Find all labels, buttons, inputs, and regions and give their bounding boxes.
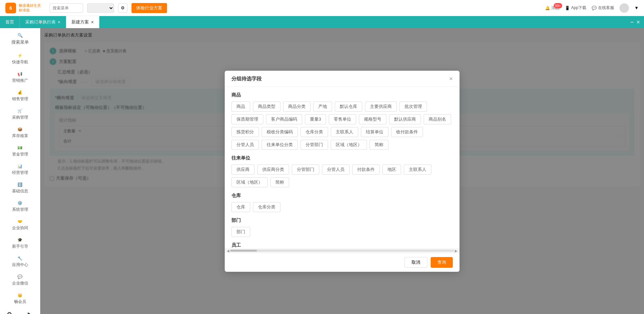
field-tag-产地[interactable]: 产地 xyxy=(313,102,332,112)
sidebar-audio-icon[interactable]: 🔈 xyxy=(26,311,33,314)
sidebar-item-purchase[interactable]: 🛒 采购管理 xyxy=(0,105,40,124)
field-tag-仓库分类[interactable]: 仓库分类 xyxy=(301,127,328,137)
search-dropdown[interactable] xyxy=(87,3,114,13)
sidebar-item-enterprise[interactable]: 🤝 企业协同 xyxy=(0,216,40,234)
sidebar-bottom: ⚙ 🔈 xyxy=(0,308,40,314)
field-tag-商品别名[interactable]: 商品别名 xyxy=(424,114,451,124)
modal-close-button[interactable]: × xyxy=(449,75,453,82)
marketing-label: 营销推广 xyxy=(12,78,28,83)
tab-purchase-order[interactable]: 采购订单执行表 × xyxy=(20,16,66,28)
field-tag-供应商[interactable]: 供应商 xyxy=(231,165,255,175)
field-tag-供应商分类[interactable]: 供应商分类 xyxy=(257,165,289,175)
field-tag-商品[interactable]: 商品 xyxy=(231,102,250,112)
basic-label: 基础信息 xyxy=(12,188,28,194)
notification-icon: 🔔 xyxy=(545,6,550,10)
sidebar-item-member[interactable]: 👑 畅会员 xyxy=(0,290,40,308)
field-tag-简称[interactable]: 简称 xyxy=(370,140,388,150)
field-tag-分管部门[interactable]: 分管部门 xyxy=(301,140,328,150)
tab-new-plan-close[interactable]: × xyxy=(91,19,94,25)
search-menu-icon: 🔍 xyxy=(17,33,23,38)
field-tag-主联系人[interactable]: 主联系人 xyxy=(331,127,358,137)
content-area: 采购订单执行表方案设置 1 选择模板 ○ 汇总表 ● 交叉统计表 2 方案配置 … xyxy=(40,28,644,314)
user-dropdown[interactable]: ▼ xyxy=(634,5,639,10)
field-tag-分管部门[interactable]: 分管部门 xyxy=(292,165,319,175)
field-tag-收付款条件[interactable]: 收付款条件 xyxy=(391,127,423,137)
logo-text: 畅捷通好生意 标准版 xyxy=(19,3,41,12)
field-tag-结算单位[interactable]: 结算单位 xyxy=(361,127,388,137)
field-tag-拣货积分[interactable]: 拣货积分 xyxy=(231,127,259,137)
sidebar-item-marketing[interactable]: 📢 营销推广 xyxy=(0,68,40,87)
field-tag-仓库分类[interactable]: 仓库分类 xyxy=(253,202,280,212)
field-tag-区域（地区）[interactable]: 区域（地区） xyxy=(231,177,268,187)
tab-new-plan[interactable]: 新建方案 × xyxy=(66,16,99,28)
notification-badge: 99+ xyxy=(554,3,562,8)
sidebar-item-search[interactable]: 🔍 搜索菜单 xyxy=(0,31,40,47)
avatar[interactable] xyxy=(620,3,629,13)
modal-hscroll[interactable]: ◀ ▶ xyxy=(225,249,460,253)
modal-cancel-button[interactable]: 取消 xyxy=(405,257,427,268)
scroll-right-arrow[interactable]: ▶ xyxy=(454,249,458,253)
sidebar: 🔍 搜索菜单 ⚡ 快捷导航 📢 营销推广 💰 销售管理 🛒 采购管理 📦 库存核… xyxy=(0,28,40,314)
field-tag-主联系人[interactable]: 主联系人 xyxy=(404,165,431,175)
app-download-item[interactable]: 📱 App下载 xyxy=(565,5,586,11)
field-tag-税收分类编码[interactable]: 税收分类编码 xyxy=(262,127,298,137)
sidebar-item-sales[interactable]: 💰 销售管理 xyxy=(0,87,40,105)
wechat-icon: 💬 xyxy=(17,274,22,279)
modal-body: 商品商品商品类型商品分类产地默认仓库主要供应商批次管理保质期管理客户商品编码重量… xyxy=(225,87,460,249)
field-tag-默认仓库[interactable]: 默认仓库 xyxy=(335,102,362,112)
section-title-商品: 商品 xyxy=(231,92,453,98)
tab-close-all-btn[interactable]: × xyxy=(636,19,640,26)
sidebar-item-business[interactable]: 📊 经营管理 xyxy=(0,161,40,179)
modal-confirm-button[interactable]: 查询 xyxy=(431,257,453,268)
field-tag-分管人员[interactable]: 分管人员 xyxy=(231,140,259,150)
field-tags-部门: 部门 xyxy=(231,227,453,237)
tab-right-actions: − × xyxy=(630,19,644,26)
field-tag-保质期管理[interactable]: 保质期管理 xyxy=(231,114,263,124)
tab-collapse-btn[interactable]: − xyxy=(630,19,634,26)
search-menu-label: 搜索菜单 xyxy=(11,39,29,45)
tab-purchase-order-close[interactable]: × xyxy=(58,19,60,25)
field-tag-零售单位[interactable]: 零售单位 xyxy=(329,114,356,124)
sidebar-item-app[interactable]: 🔧 应用中心 xyxy=(0,253,40,271)
tab-home[interactable]: 首页 xyxy=(0,16,20,28)
notification-item[interactable]: 🔔 消息 99+ xyxy=(545,5,559,11)
field-tag-分管人员[interactable]: 分管人员 xyxy=(322,165,350,175)
field-tag-地区[interactable]: 地区 xyxy=(382,165,401,175)
sidebar-settings-icon[interactable]: ⚙ xyxy=(7,311,12,314)
header-right: 🔔 消息 99+ 📱 App下载 💬 在线客服 ▼ xyxy=(545,3,639,13)
field-tag-商品分类[interactable]: 商品分类 xyxy=(283,102,311,112)
online-service-item[interactable]: 💬 在线客服 xyxy=(592,5,614,11)
trial-button[interactable]: 体验行业方案 xyxy=(131,3,167,13)
field-tag-规格型号[interactable]: 规格型号 xyxy=(359,114,386,124)
field-section-员工: 员工业务员 xyxy=(231,242,453,249)
sidebar-item-newbie[interactable]: 🎓 新手引导 xyxy=(0,234,40,253)
field-tag-默认供应商[interactable]: 默认供应商 xyxy=(389,114,421,124)
field-tag-客户商品编码[interactable]: 客户商品编码 xyxy=(266,114,302,124)
field-tag-往来单位分类[interactable]: 往来单位分类 xyxy=(262,140,298,150)
modal-header: 分组待选字段 × xyxy=(225,71,460,87)
field-tag-商品类型[interactable]: 商品类型 xyxy=(253,102,280,112)
field-tag-主要供应商[interactable]: 主要供应商 xyxy=(365,102,397,112)
field-tag-批次管理[interactable]: 批次管理 xyxy=(399,102,427,112)
sidebar-item-finance[interactable]: 💵 资金管理 xyxy=(0,142,40,161)
field-tag-付款条件[interactable]: 付款条件 xyxy=(352,165,380,175)
sidebar-item-basic[interactable]: ℹ️ 基础信息 xyxy=(0,179,40,197)
sidebar-item-inventory[interactable]: 📦 库存核算 xyxy=(0,124,40,142)
field-tag-区域（地区）[interactable]: 区域（地区） xyxy=(331,140,367,150)
scroll-left-arrow[interactable]: ◀ xyxy=(226,249,230,253)
enterprise-label: 企业协同 xyxy=(12,225,28,231)
sidebar-item-system[interactable]: ⚙️ 系统管理 xyxy=(0,197,40,216)
field-tag-简称[interactable]: 简称 xyxy=(270,177,289,187)
search-input[interactable] xyxy=(50,3,83,13)
sidebar-item-wechat[interactable]: 💬 企业微信 xyxy=(0,271,40,290)
finance-icon: 💵 xyxy=(17,145,22,150)
field-tag-重量3[interactable]: 重量3 xyxy=(305,114,326,124)
field-tag-部门[interactable]: 部门 xyxy=(231,227,250,237)
field-section-仓库: 仓库仓库仓库分类 xyxy=(231,193,453,212)
sidebar-item-quick-nav[interactable]: ⚡ 快捷导航 xyxy=(0,50,40,68)
gear-button[interactable]: ⚙ xyxy=(118,3,127,13)
section-title-仓库: 仓库 xyxy=(231,193,453,199)
field-tag-仓库[interactable]: 仓库 xyxy=(231,202,250,212)
top-header: 6 畅捷通好生意 标准版 ⚙ 体验行业方案 🔔 消息 99+ 📱 App下载 💬… xyxy=(0,0,644,16)
purchase-label: 采购管理 xyxy=(12,115,28,120)
